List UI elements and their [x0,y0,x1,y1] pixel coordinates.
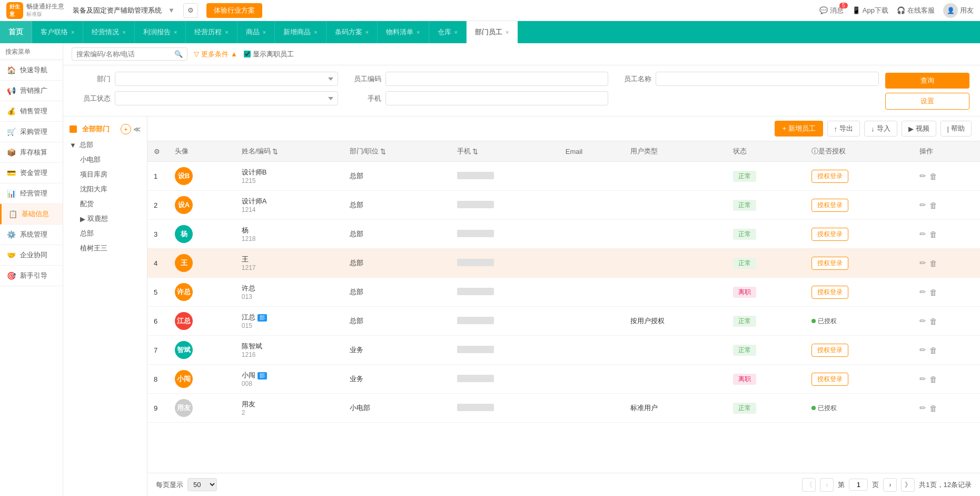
delete-button[interactable]: 🗑 [929,375,937,384]
tab-bom[interactable]: 物料清单 × [378,21,429,43]
message-button[interactable]: 💬 消息 5 [819,6,844,15]
app-download-button[interactable]: 📱 App下载 [852,6,888,15]
edit-button[interactable]: ✏ [919,287,926,297]
sidebar-item-finance[interactable]: 💳 资金管理 [0,163,63,183]
edit-button[interactable]: ✏ [919,229,926,239]
delete-button[interactable]: 🗑 [929,172,937,181]
auth-login-button[interactable]: 授权登录 [811,373,848,386]
page-input[interactable] [849,479,868,491]
edit-button[interactable]: ✏ [919,374,926,384]
delete-button[interactable]: 🗑 [929,201,937,210]
import-button[interactable]: ↓ 导入 [864,121,897,137]
close-icon[interactable]: × [263,29,266,35]
tab-warehouse[interactable]: 仓库 × [429,21,467,43]
tab-home[interactable]: 首页 [0,21,32,43]
search-field[interactable] [76,50,171,58]
edit-button[interactable]: ✏ [919,258,926,268]
page-first-btn[interactable]: 《 [802,478,816,492]
more-conditions-button[interactable]: ▽ 更多条件 ▲ [194,50,237,59]
tab-barcode[interactable]: 条码方案 × [326,21,378,43]
sidebar-item-inventory[interactable]: 📦 库存核算 [0,142,63,163]
dept-xiaodian[interactable]: 小电部 [70,152,147,167]
emp-code-input[interactable] [385,72,609,86]
edit-button[interactable]: ✏ [919,345,926,355]
dept-shuanglu[interactable]: ▶双鹿想 [70,211,147,226]
close-icon[interactable]: × [314,29,317,35]
delete-button[interactable]: 🗑 [929,317,937,326]
resigned-check[interactable] [244,51,251,57]
auth-login-button[interactable]: 授权登录 [811,344,848,357]
tab-history[interactable]: 经营历程 × [186,21,237,43]
close-icon[interactable]: × [506,29,509,35]
delete-button[interactable]: 🗑 [929,346,937,355]
close-icon[interactable]: × [225,29,228,35]
sidebar-item-collab[interactable]: 🤝 企业协同 [0,245,63,266]
trial-button[interactable]: 体验行业方案 [206,3,262,18]
sidebar-item-marketing[interactable]: 📢 营销推广 [0,81,63,101]
page-prev-btn[interactable]: ‹ [820,478,834,492]
title-arrow-icon[interactable]: ▼ [168,6,175,14]
help-button[interactable]: | 帮助 [941,121,972,137]
search-input[interactable] [5,48,63,55]
sidebar-item-purchase[interactable]: 🛒 采购管理 [0,122,63,142]
edit-button[interactable]: ✏ [919,403,926,413]
add-employee-button[interactable]: + 新增员工 [775,121,823,137]
edit-button[interactable]: ✏ [919,316,926,326]
sidebar-item-sales[interactable]: 💰 销售管理 [0,101,63,122]
page-last-btn[interactable]: 》 [901,478,915,492]
delete-button[interactable]: 🗑 [929,230,937,239]
auth-login-button[interactable]: 授权登录 [811,170,848,183]
page-next-btn[interactable]: › [883,478,897,492]
phone-input[interactable] [385,91,609,105]
user-menu[interactable]: 👤 用友 [943,3,974,18]
sidebar-item-system[interactable]: ⚙️ 系统管理 [0,225,63,245]
tab-profit[interactable]: 利润报告 × [135,21,186,43]
edit-button[interactable]: ✏ [919,171,926,181]
edit-button[interactable]: ✏ [919,200,926,210]
sidebar-item-basic[interactable]: 📋 基础信息 [0,204,63,225]
gear-button[interactable]: ⚙ [183,3,198,18]
show-resigned-checkbox[interactable]: 显示离职员工 [244,50,294,59]
delete-button[interactable]: 🗑 [929,404,937,413]
dept-zhishu[interactable]: 植树王三 [70,241,147,256]
close-icon[interactable]: × [417,29,420,35]
dept-shenyang[interactable]: 沈阳大库 [70,182,147,197]
sidebar-item-fastnav[interactable]: 🏠 快速导航 [0,60,63,81]
auth-login-button[interactable]: 授权登录 [811,257,848,270]
sidebar-item-operation[interactable]: 📊 经营管理 [0,183,63,204]
delete-button[interactable]: 🗑 [929,288,937,297]
auth-login-button[interactable]: 授权登录 [811,228,848,241]
close-icon[interactable]: × [174,29,177,35]
set-button[interactable]: 设置 [885,93,969,110]
auth-login-button[interactable]: 授权登录 [811,286,848,299]
tab-add-goods[interactable]: 新增商品 × [275,21,326,43]
dept-add-button[interactable]: + [121,124,131,134]
tab-operations[interactable]: 经营情况 × [83,21,134,43]
dept-zongbu[interactable]: 总部 [70,226,147,241]
close-icon[interactable]: × [454,29,458,35]
tab-department[interactable]: 部门员工 × [467,21,518,43]
delete-button[interactable]: 🗑 [929,259,937,268]
online-service-button[interactable]: 🎧 在线客服 [897,6,935,15]
query-button[interactable]: 查询 [885,73,969,89]
th-name[interactable]: 姓名/编码 ⇅ [235,141,343,162]
close-icon[interactable]: × [71,29,74,35]
emp-name-input[interactable] [656,72,879,86]
view-button[interactable]: ▶ 视频 [902,121,936,137]
dept-tree-root[interactable]: ▼ 总部 [63,138,147,152]
close-icon[interactable]: × [122,29,125,35]
dept-select[interactable] [115,72,338,86]
th-dept[interactable]: 部门/职位 ⇅ [343,141,451,162]
dept-collapse-button[interactable]: ≪ [133,125,141,133]
dept-peihu[interactable]: 配货 [70,197,147,211]
th-phone[interactable]: 手机 ⇅ [451,141,559,162]
tab-goods[interactable]: 商品 × [237,21,275,43]
status-select[interactable] [115,91,338,105]
dept-project[interactable]: 项目库房 [70,167,147,182]
tab-customer[interactable]: 客户联络 × [32,21,83,43]
auth-login-button[interactable]: 授权登录 [811,199,848,212]
th-settings[interactable]: ⚙ [147,141,169,162]
sidebar-item-guide[interactable]: 🎯 新手引导 [0,266,63,286]
close-icon[interactable]: × [365,29,369,35]
page-size-select[interactable]: 50 100 200 [187,478,217,491]
